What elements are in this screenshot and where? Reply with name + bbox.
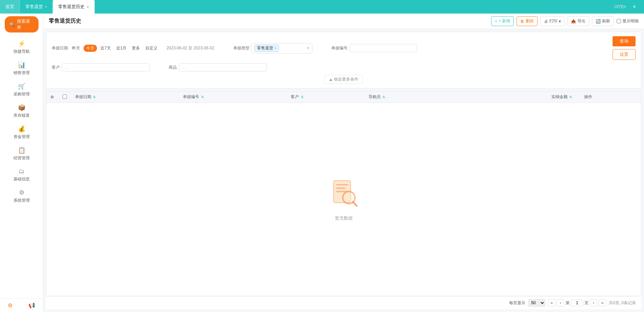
window-close-button[interactable]: × [630, 2, 639, 11]
shortcut-7days[interactable]: 近7天 [98, 45, 113, 52]
settings-bottom-button[interactable]: ⚙ [8, 302, 13, 309]
sort-guide-icon[interactable]: ⇅ [382, 95, 385, 99]
per-page-select[interactable]: 50 10 20 100 [528, 299, 545, 307]
sidebar-item-sales-label: 销售管理 [14, 70, 30, 76]
sidebar-item-quick-nav[interactable]: ⚡ 快捷导航 [0, 37, 43, 58]
sidebar-item-finance[interactable]: 💰 资金管理 [0, 122, 43, 143]
col-settings[interactable]: ⚙ [46, 91, 58, 103]
delete-label: 删除 [526, 18, 534, 24]
filter-doc-type-remove[interactable]: × [275, 46, 277, 50]
sidebar-item-system[interactable]: ⚙ 系统管理 [0, 185, 43, 207]
last-page-button[interactable]: » [599, 299, 606, 307]
query-button[interactable]: 查询 [613, 36, 636, 46]
sort-amount-icon[interactable]: ⇅ [569, 95, 572, 99]
sort-date-icon[interactable]: ⇅ [93, 95, 96, 99]
sidebar-item-system-label: 系统管理 [14, 198, 30, 203]
collapse-filter-button[interactable]: ▲ 收起更多条件 [325, 75, 363, 84]
tab-retail-return-label: 零售退货 [25, 4, 43, 10]
inventory-icon: 📦 [18, 104, 25, 111]
filter-customer-label: 客户 [52, 65, 60, 70]
filter-goods-input[interactable] [179, 63, 267, 71]
add-icon: + [495, 19, 497, 24]
display-detail-toggle[interactable]: 显示明细 [617, 18, 639, 24]
col-date: 单据日期 ⇅ [71, 91, 179, 103]
col-guide: 导购员 ⇅ [364, 91, 457, 103]
sidebar-item-sales[interactable]: 📊 销售管理 [0, 58, 43, 79]
tab-retail-return-history[interactable]: 零售退货历史 × [53, 0, 94, 14]
setup-button[interactable]: 设置 [613, 49, 636, 60]
sidebar-item-quick-nav-label: 快捷导航 [14, 49, 30, 54]
filter-customer-input[interactable] [62, 63, 150, 71]
next-page-button[interactable]: › [590, 299, 597, 307]
filter-actions-row: ▲ 收起更多条件 [52, 75, 636, 84]
export-button[interactable]: 📤 导出 [567, 16, 589, 26]
page-word: 第 [566, 300, 570, 306]
filter-customer: 客户 [52, 63, 150, 71]
sidebar-item-basic-info[interactable]: 🗂 基础信息 [0, 164, 43, 185]
close-tab-retail-return-history[interactable]: × [87, 5, 89, 9]
close-tab-retail-return[interactable]: × [45, 5, 47, 9]
top-bar-right: OfTEn × [614, 2, 644, 11]
filter-date-range-display: 2023-06-02 至 2023-06-02 [165, 45, 214, 51]
shortcut-more[interactable]: 更多 [130, 45, 142, 52]
shortcut-1month[interactable]: 近1月 [114, 45, 129, 52]
col-customer-label: 客户 [291, 94, 299, 99]
sidebar-item-finance-label: 资金管理 [14, 134, 30, 140]
search-menu-button[interactable]: 🔍 搜索菜单 [5, 16, 39, 32]
sidebar-item-operations-label: 经营管理 [14, 155, 30, 161]
col-customer: 客户 ⇅ [287, 91, 364, 103]
per-page-label: 每页显示 [509, 300, 525, 306]
sidebar: 🔍 搜索菜单 ⚡ 快捷导航 📊 销售管理 🛒 采购管理 📦 库存核算 💰 资金管… [0, 14, 43, 312]
purchase-icon: 🛒 [18, 83, 25, 90]
select-all-checkbox[interactable] [63, 94, 67, 99]
filter-date: 单据日期 昨天 今天 近7天 近1月 更多 自定义 [52, 45, 160, 52]
first-page-button[interactable]: « [548, 299, 555, 307]
col-checkbox[interactable] [58, 91, 71, 103]
tab-home[interactable]: 首页 [0, 0, 20, 14]
export-label: 导出 [577, 18, 586, 24]
add-button[interactable]: + + 新增 [491, 16, 514, 26]
quick-nav-icon: ⚡ [18, 40, 25, 47]
filter-goods-label: 商品 [169, 65, 177, 70]
col-action-label: 操作 [584, 94, 592, 99]
col-guide-label: 导购员 [368, 94, 381, 99]
sort-customer-icon[interactable]: ⇅ [301, 95, 304, 99]
sidebar-item-operations[interactable]: 📋 经营管理 [0, 143, 43, 164]
shortcut-custom[interactable]: 自定义 [143, 45, 160, 52]
svg-rect-1 [336, 184, 348, 185]
tab-retail-return[interactable]: 零售退货 × [20, 0, 53, 14]
display-detail-checkbox[interactable] [617, 19, 621, 23]
sidebar-item-inventory-label: 库存核算 [14, 113, 30, 118]
svg-rect-2 [336, 187, 345, 189]
filter-doc-type-label: 单据类型 [233, 45, 249, 51]
main-content: 零售退货历史 + + 新增 🗑 删除 🖨 打印 ▾ 📤 导出 [43, 14, 644, 312]
sidebar-item-basic-info-label: 基础信息 [14, 176, 30, 182]
delete-button[interactable]: 🗑 删除 [517, 16, 538, 26]
shortcut-yesterday[interactable]: 昨天 [70, 45, 82, 52]
empty-text: 暂无数据 [335, 215, 353, 221]
settings-col-icon[interactable]: ⚙ [50, 95, 54, 99]
pagination-bar: 每页显示 50 10 20 100 « ‹ 第 页 › » 共0页, 0条记录 [46, 296, 641, 309]
refresh-button[interactable]: 🔄 刷新 [592, 16, 614, 26]
shortcut-today[interactable]: 今天 [84, 45, 97, 52]
prev-page-button[interactable]: ‹ [557, 299, 564, 307]
filter-date-label: 单据日期 [52, 45, 68, 51]
volume-bottom-button[interactable]: 📢 [28, 302, 35, 309]
sidebar-item-purchase[interactable]: 🛒 采购管理 [0, 79, 43, 101]
sort-doc-no-icon[interactable]: ⇅ [201, 95, 204, 99]
col-date-label: 单据日期 [75, 94, 91, 99]
refresh-icon: 🔄 [596, 19, 601, 24]
filter-doc-type-select[interactable]: 零售退货 × ▾ [252, 43, 312, 53]
print-button[interactable]: 🖨 打印 ▾ [540, 16, 565, 26]
operations-icon: 📋 [18, 147, 25, 154]
table-header-row: ⚙ 单据日期 ⇅ 单据编号 ⇅ [46, 91, 641, 103]
filter-row-1: 单据日期 昨天 今天 近7天 近1月 更多 自定义 2023-06-02 至 2… [52, 36, 636, 60]
table-area: ⚙ 单据日期 ⇅ 单据编号 ⇅ [46, 91, 641, 296]
date-shortcuts: 昨天 今天 近7天 近1月 更多 自定义 [70, 45, 160, 52]
filter-doc-type-tag: 零售退货 × [255, 45, 279, 52]
filter-doc-no-input[interactable] [350, 44, 417, 52]
tab-retail-return-history-label: 零售退货历史 [58, 4, 85, 10]
right-action-buttons: 查询 设置 [613, 36, 636, 60]
page-number-input[interactable] [571, 299, 583, 306]
sidebar-item-inventory[interactable]: 📦 库存核算 [0, 101, 43, 122]
